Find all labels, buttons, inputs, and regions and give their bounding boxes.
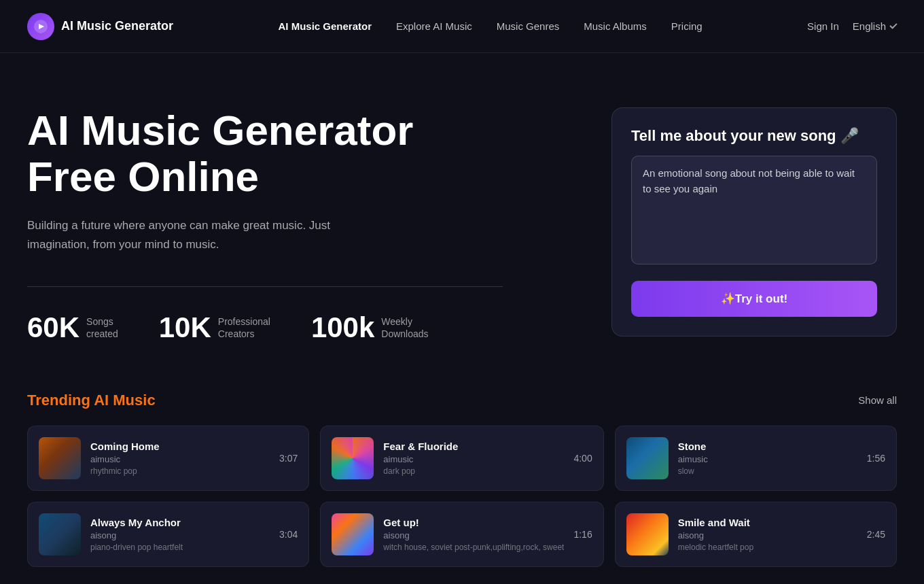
music-duration: 1:16 [573,529,592,540]
hero-left: AI Music Generator Free Online Building … [27,107,503,344]
music-thumbnail [332,513,374,555]
stat-number-songs: 60K [27,311,79,344]
show-all-button[interactable]: Show all [858,394,897,406]
nav-link-generator[interactable]: AI Music Generator [278,20,372,32]
logo-icon [27,13,54,40]
music-card[interactable]: Smile and Wait aisong melodic heartfelt … [615,502,897,567]
stat-label-downloads: Weekly Downloads [381,311,428,340]
music-artist: aimusic [90,454,270,464]
hero-subtitle: Building a future where anyone can make … [27,216,380,253]
music-card[interactable]: Always My Anchor aisong piano-driven pop… [27,502,309,567]
music-duration: 3:04 [279,529,298,540]
card-title: Tell me about your new song 🎤 [631,127,877,145]
music-grid: Coming Home aimusic rhythmic pop 3:07 Fe… [27,426,897,567]
nav-link-albums[interactable]: Music Albums [584,20,647,32]
music-info: Smile and Wait aisong melodic heartfelt … [678,517,857,552]
nav-link-explore[interactable]: Explore AI Music [396,20,472,32]
music-name: Smile and Wait [678,517,857,528]
music-card[interactable]: Fear & Fluoride aimusic dark pop 4:00 [320,426,603,491]
music-thumbnail [332,437,374,479]
music-duration: 2:45 [867,529,885,540]
music-name: Always My Anchor [90,517,270,528]
nav-right: Sign In English [807,20,897,32]
stat-songs: 60K Songs created [27,311,118,344]
music-name: Coming Home [90,441,270,452]
music-name: Get up! [383,517,564,528]
music-info: Stone aimusic slow [678,441,857,476]
music-card[interactable]: Stone aimusic slow 1:56 [615,426,897,491]
music-name: Fear & Fluoride [383,441,564,452]
trending-title: Trending AI Music [27,392,156,409]
stat-label-creators: Professional Creators [218,311,270,340]
stat-creators: 10K Professional Creators [159,311,270,344]
chevron-down-icon [889,21,897,29]
music-card[interactable]: Coming Home aimusic rhythmic pop 3:07 [27,426,309,491]
music-thumbnail [626,437,669,479]
stat-number-downloads: 100k [311,311,374,344]
music-genre: melodic heartfelt pop [678,543,857,552]
hero-divider [27,286,503,287]
nav-link-genres[interactable]: Music Genres [497,20,560,32]
signin-button[interactable]: Sign In [807,20,839,32]
music-artist: aimusic [383,454,564,464]
trending-section: Trending AI Music Show all Coming Home a… [0,385,924,584]
music-genre: witch house, soviet post-punk,uplifting,… [383,543,564,552]
music-thumbnail [626,513,669,555]
song-description-input[interactable]: An emotional song about not being able t… [631,156,877,264]
music-artist: aisong [383,530,564,540]
nav-link-pricing[interactable]: Pricing [671,20,703,32]
music-info: Fear & Fluoride aimusic dark pop [383,441,564,476]
music-duration: 1:56 [867,453,885,464]
music-thumbnail [39,513,81,555]
music-name: Stone [678,441,857,452]
trending-header: Trending AI Music Show all [27,392,897,409]
stat-downloads: 100k Weekly Downloads [311,311,429,344]
music-artist: aisong [678,530,857,540]
hero-stats: 60K Songs created 10K Professional Creat… [27,311,503,344]
music-card[interactable]: Get up! aisong witch house, soviet post-… [320,502,603,567]
music-artist: aisong [90,530,270,540]
music-artist: aimusic [678,454,857,464]
music-duration: 3:07 [279,453,298,464]
music-genre: rhythmic pop [90,466,270,476]
language-label: English [853,20,886,32]
language-selector[interactable]: English [853,20,897,32]
try-button[interactable]: ✨Try it out! [631,281,877,317]
stat-label-songs: Songs created [86,311,118,340]
logo[interactable]: AI Music Generator [27,13,173,40]
music-info: Coming Home aimusic rhythmic pop [90,441,270,476]
stat-number-creators: 10K [159,311,211,344]
music-duration: 4:00 [573,453,592,464]
music-genre: slow [678,466,857,476]
music-genre: dark pop [383,466,564,476]
music-info: Always My Anchor aisong piano-driven pop… [90,517,270,552]
music-genre: piano-driven pop heartfelt [90,543,270,552]
nav-links: AI Music Generator Explore AI Music Musi… [278,20,702,32]
music-info: Get up! aisong witch house, soviet post-… [383,517,564,552]
hero-section: AI Music Generator Free Online Building … [0,53,924,385]
hero-title: AI Music Generator Free Online [27,107,503,200]
song-generator-card: Tell me about your new song 🎤 An emotion… [611,107,897,337]
brand-name: AI Music Generator [61,19,173,33]
navbar: AI Music Generator AI Music Generator Ex… [0,0,924,53]
music-thumbnail [39,437,81,479]
